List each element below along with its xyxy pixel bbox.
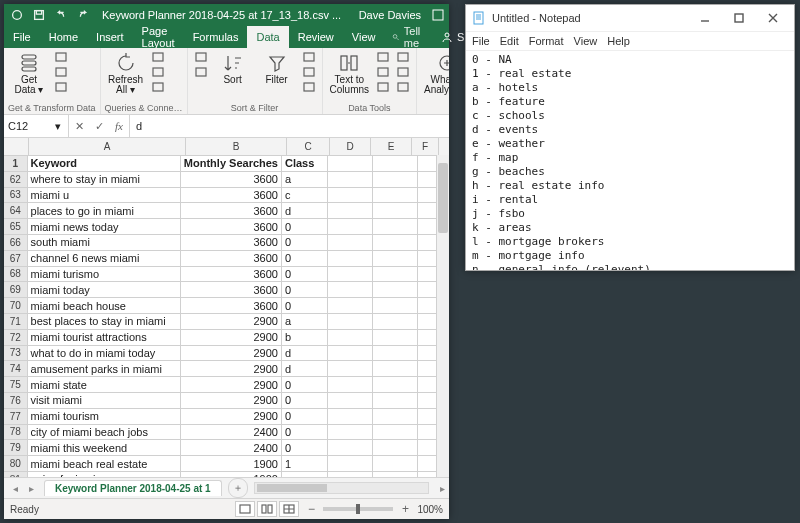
sheet-hscroll-right-icon[interactable]: ▸ xyxy=(435,481,449,495)
cell[interactable]: 2900 xyxy=(181,330,282,345)
row-header[interactable]: 80 xyxy=(4,456,28,471)
row-header[interactable]: 78 xyxy=(4,425,28,440)
row-header[interactable]: 67 xyxy=(4,251,28,266)
cell[interactable] xyxy=(373,409,418,424)
cell[interactable] xyxy=(373,251,418,266)
notepad-menu-format[interactable]: Format xyxy=(529,35,564,47)
cell[interactable]: 0 xyxy=(282,393,328,408)
sheet-nav-prev-icon[interactable]: ◂ xyxy=(8,481,22,495)
notepad-menu-view[interactable]: View xyxy=(574,35,598,47)
cell[interactable] xyxy=(328,219,373,234)
cell[interactable]: miami tourist attractions xyxy=(28,330,182,345)
cell[interactable]: miami this weekend xyxy=(28,440,182,455)
cell[interactable]: 0 xyxy=(282,425,328,440)
row-header[interactable]: 74 xyxy=(4,361,28,376)
cell[interactable] xyxy=(373,298,418,313)
cell[interactable] xyxy=(328,188,373,203)
new-sheet-button[interactable]: ＋ xyxy=(228,478,248,498)
formula-input[interactable]: d xyxy=(130,115,449,137)
grid-body[interactable]: 1KeywordAvg. Monthly Searches Class62whe… xyxy=(4,156,449,477)
cell[interactable]: d xyxy=(282,203,328,218)
cell[interactable]: 2900 xyxy=(181,314,282,329)
cell[interactable] xyxy=(373,456,418,471)
ribbon-tab-view[interactable]: View xyxy=(343,26,385,48)
row-header[interactable]: 66 xyxy=(4,235,28,250)
sheet-nav-next-icon[interactable]: ▸ xyxy=(24,481,38,495)
cell[interactable] xyxy=(328,440,373,455)
reapply-icon[interactable] xyxy=(300,65,318,79)
name-box-dropdown-icon[interactable]: ▾ xyxy=(52,120,64,133)
cell[interactable]: b xyxy=(282,330,328,345)
cell[interactable] xyxy=(373,330,418,345)
notepad-menu-help[interactable]: Help xyxy=(607,35,630,47)
cell[interactable] xyxy=(373,393,418,408)
undo-icon[interactable] xyxy=(52,6,70,24)
cell[interactable]: 0 xyxy=(282,219,328,234)
connections-icon[interactable] xyxy=(149,50,167,64)
cell[interactable] xyxy=(328,456,373,471)
cell[interactable]: visit miami xyxy=(28,393,182,408)
ribbon-tab-formulas[interactable]: Formulas xyxy=(184,26,248,48)
notepad-text-area[interactable]: 0 - NA 1 - real estate a - hotels b - fe… xyxy=(466,51,794,270)
vertical-scrollbar[interactable] xyxy=(436,155,449,477)
row-header[interactable]: 65 xyxy=(4,219,28,234)
cell[interactable] xyxy=(328,393,373,408)
cell[interactable]: d xyxy=(282,346,328,361)
cell[interactable] xyxy=(328,235,373,250)
row-header[interactable]: 1 xyxy=(4,156,28,171)
refresh-button[interactable]: RefreshAll ▾ xyxy=(105,50,147,97)
name-box[interactable]: C12 ▾ xyxy=(4,115,69,137)
zoom-out-button[interactable]: − xyxy=(305,503,317,515)
consolidate-icon[interactable] xyxy=(394,50,412,64)
row-header[interactable]: 68 xyxy=(4,267,28,282)
cell[interactable]: 3600 xyxy=(181,251,282,266)
column-header-D[interactable]: D xyxy=(330,138,371,155)
advanced-icon[interactable] xyxy=(300,80,318,94)
clear-icon[interactable] xyxy=(300,50,318,64)
cell[interactable]: 0 xyxy=(282,440,328,455)
cell[interactable] xyxy=(328,298,373,313)
zoom-slider[interactable] xyxy=(323,507,393,511)
ribbon-tab-review[interactable]: Review xyxy=(289,26,343,48)
header-cell-A[interactable]: Keyword xyxy=(28,156,182,171)
ribbon-tab-file[interactable]: File xyxy=(4,26,40,48)
cell[interactable] xyxy=(373,172,418,187)
db-button[interactable]: GetData ▾ xyxy=(8,50,50,97)
cell[interactable]: 0 xyxy=(282,251,328,266)
insert-function-icon[interactable]: fx xyxy=(109,120,129,132)
maximize-button[interactable] xyxy=(722,7,756,29)
cell[interactable] xyxy=(373,282,418,297)
cell[interactable] xyxy=(373,361,418,376)
ribbon-tab-insert[interactable]: Insert xyxy=(87,26,133,48)
cell[interactable] xyxy=(328,409,373,424)
cell[interactable] xyxy=(373,235,418,250)
column-header-C[interactable]: C xyxy=(287,138,330,155)
manage-dm-icon[interactable] xyxy=(394,80,412,94)
ribbon-display-options-icon[interactable] xyxy=(431,8,445,22)
redo-icon[interactable] xyxy=(74,6,92,24)
cell[interactable]: 3600 xyxy=(181,298,282,313)
row-header[interactable]: 64 xyxy=(4,203,28,218)
cell[interactable]: miami state xyxy=(28,377,182,392)
column-header-A[interactable]: A xyxy=(29,138,186,155)
vertical-scrollbar-thumb[interactable] xyxy=(438,163,448,233)
cell[interactable]: channel 6 news miami xyxy=(28,251,182,266)
row-header[interactable]: 69 xyxy=(4,282,28,297)
cell[interactable]: 3600 xyxy=(181,235,282,250)
cell[interactable] xyxy=(373,346,418,361)
cell[interactable]: what to do in miami today xyxy=(28,346,182,361)
from-text-icon[interactable] xyxy=(52,50,70,64)
column-header-B[interactable]: B xyxy=(186,138,287,155)
cell[interactable]: c xyxy=(282,188,328,203)
select-all-corner[interactable] xyxy=(4,138,29,155)
row-header[interactable]: 71 xyxy=(4,314,28,329)
cell[interactable]: a xyxy=(282,172,328,187)
cell[interactable]: amusement parks in miami xyxy=(28,361,182,376)
row-header[interactable]: 73 xyxy=(4,346,28,361)
cell[interactable]: 1 xyxy=(282,456,328,471)
header-cell-C[interactable]: Class xyxy=(282,156,328,171)
cell[interactable]: 2900 xyxy=(181,377,282,392)
cell[interactable]: univ of miami xyxy=(28,472,182,477)
remove-dupes-icon[interactable] xyxy=(374,65,392,79)
cell[interactable] xyxy=(373,472,418,477)
